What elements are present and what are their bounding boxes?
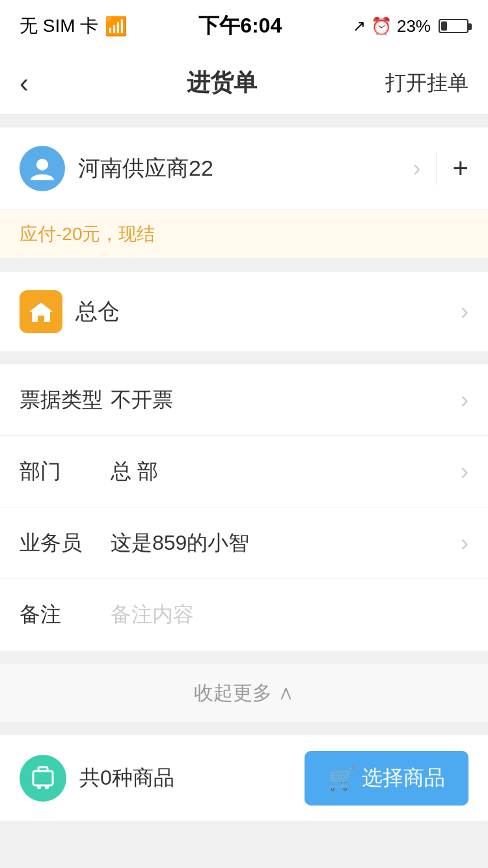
supplier-avatar bbox=[20, 146, 65, 191]
supplier-name: 河南供应商22 bbox=[78, 154, 413, 183]
salesperson-value: 这是859的小智 bbox=[111, 529, 461, 558]
location-icon: ↗ bbox=[353, 17, 366, 35]
collapse-row[interactable]: 收起更多 ∧ bbox=[0, 664, 488, 722]
salesperson-row[interactable]: 业务员 这是859的小智 › bbox=[0, 508, 488, 579]
notice-bar: 应付-20元，现结 bbox=[0, 210, 488, 259]
warehouse-svg-icon bbox=[28, 299, 54, 325]
battery-label: 23% bbox=[397, 16, 431, 36]
svg-rect-4 bbox=[33, 771, 53, 785]
wifi-icon: 📶 bbox=[105, 16, 128, 37]
ticket-type-chevron-icon: › bbox=[461, 387, 468, 414]
warehouse-chevron-icon: › bbox=[461, 298, 468, 325]
person-icon bbox=[28, 154, 57, 183]
section-gap-1 bbox=[0, 115, 488, 128]
salesperson-chevron-icon: › bbox=[461, 530, 468, 557]
department-row[interactable]: 部门 总 部 › bbox=[0, 436, 488, 508]
form-section: 票据类型 不开票 › 部门 总 部 › 业务员 这是859的小智 › 备注 备注… bbox=[0, 364, 488, 651]
warehouse-icon bbox=[20, 290, 62, 333]
battery-icon bbox=[439, 19, 468, 33]
remark-row[interactable]: 备注 备注内容 bbox=[0, 579, 488, 651]
vertical-divider bbox=[436, 152, 437, 185]
nav-bar: ‹ 进货单 打开挂单 bbox=[0, 52, 488, 115]
carrier-label: 无 SIM 卡 bbox=[20, 14, 98, 38]
svg-marker-2 bbox=[29, 303, 53, 312]
product-bar: 共0种商品 🛒 选择商品 bbox=[0, 735, 488, 821]
cart-icon bbox=[29, 765, 57, 792]
warehouse-row[interactable]: 总仓 › bbox=[0, 272, 488, 351]
warehouse-name: 总仓 bbox=[75, 297, 461, 327]
ticket-type-row[interactable]: 票据类型 不开票 › bbox=[0, 364, 488, 436]
svg-point-6 bbox=[45, 785, 49, 789]
department-chevron-icon: › bbox=[461, 458, 468, 485]
alarm-icon: ⏰ bbox=[371, 16, 392, 36]
remark-placeholder[interactable]: 备注内容 bbox=[111, 601, 468, 629]
open-pending-button[interactable]: 打开挂单 bbox=[385, 69, 468, 98]
back-button[interactable]: ‹ bbox=[20, 68, 59, 99]
supplier-section: 河南供应商22 › + 应付-20元，现结 bbox=[0, 128, 488, 259]
status-bar: 无 SIM 卡 📶 下午6:04 ↗ ⏰ 23% bbox=[0, 0, 488, 52]
remark-label: 备注 bbox=[20, 601, 111, 629]
ticket-type-value: 不开票 bbox=[111, 386, 461, 414]
svg-point-0 bbox=[36, 159, 48, 170]
product-icon bbox=[20, 755, 66, 802]
supplier-chevron-icon: › bbox=[413, 155, 420, 182]
warehouse-section[interactable]: 总仓 › bbox=[0, 272, 488, 351]
add-button[interactable]: + bbox=[452, 153, 468, 184]
page-title: 进货单 bbox=[187, 67, 257, 99]
svg-point-5 bbox=[37, 785, 41, 789]
supplier-row[interactable]: 河南供应商22 › + bbox=[0, 128, 488, 210]
status-right: ↗ ⏰ 23% bbox=[353, 16, 468, 36]
select-product-label: 选择商品 bbox=[362, 764, 445, 793]
svg-rect-3 bbox=[38, 316, 44, 322]
ticket-type-label: 票据类型 bbox=[20, 386, 111, 414]
department-value: 总 部 bbox=[111, 457, 461, 486]
product-count: 共0种商品 bbox=[79, 764, 305, 793]
select-product-button[interactable]: 🛒 选择商品 bbox=[305, 751, 468, 806]
salesperson-label: 业务员 bbox=[20, 529, 111, 558]
department-label: 部门 bbox=[20, 457, 111, 486]
page-bottom bbox=[0, 821, 488, 868]
status-time: 下午6:04 bbox=[198, 12, 282, 40]
notice-text: 应付-20元，现结 bbox=[20, 224, 155, 244]
section-gap-2 bbox=[0, 259, 488, 272]
select-product-icon: 🛒 bbox=[328, 765, 355, 791]
collapse-label[interactable]: 收起更多 ∧ bbox=[194, 680, 293, 707]
status-left: 无 SIM 卡 📶 bbox=[20, 14, 128, 38]
